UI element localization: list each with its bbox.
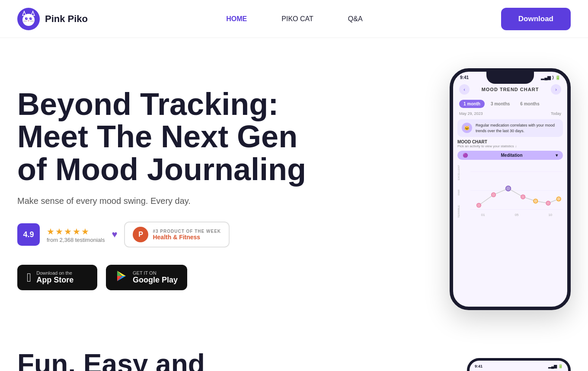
- mood-chart-label: MOOD CHART: [457, 140, 563, 144]
- chart-title: MOOD TREND CHART: [470, 87, 551, 92]
- svg-point-26: [546, 201, 550, 206]
- product-badge-num: #3 PRODUCT OF THE WEEK: [153, 229, 221, 234]
- svg-point-21: [477, 203, 481, 208]
- chart-y-labels: EXCELLENT FAIR TERRIBLE: [457, 163, 460, 219]
- chart-area: EXCELLENT FAIR TERRIBLE: [457, 163, 563, 219]
- navbar: Pink Piko HOME PIKO CAT Q&A Download: [0, 0, 588, 38]
- y-label-fair: FAIR: [457, 190, 460, 195]
- hero-rating-area: 4.9 ★★★★★ from 2,368 testimonials ♥ P #3…: [17, 222, 306, 247]
- date-range: May 29, 2023 Today: [457, 110, 563, 117]
- svg-text:05: 05: [515, 213, 519, 217]
- mood-chart-section: MOOD CHART Pick an activity to view your…: [457, 140, 563, 219]
- hero-subtitle: Make sense of every mood swing. Every da…: [17, 196, 306, 206]
- phone-notch: [486, 72, 534, 84]
- nav-qa[interactable]: Q&A: [348, 15, 363, 23]
- svg-point-8: [28, 20, 29, 21]
- ai-avatar: 🐱: [462, 123, 472, 133]
- logo[interactable]: Pink Piko: [17, 8, 88, 30]
- hero-content: Beyond Tracking: Meet The Next Gen of Mo…: [17, 88, 306, 291]
- y-label-terrible: TERRIBLE: [457, 205, 460, 218]
- ai-insight-text: Regular medication correlates with your …: [476, 123, 559, 133]
- rating-badge: 4.9: [17, 223, 40, 246]
- svg-point-22: [492, 193, 496, 197]
- second-phone-signals: ▂▄▆ 🔋: [548, 364, 563, 368]
- svg-text:10: 10: [548, 213, 552, 217]
- chart-svg: 01 05 10: [470, 163, 563, 218]
- nav-home[interactable]: HOME: [226, 15, 247, 23]
- nav-download-button[interactable]: Download: [501, 8, 571, 30]
- time-tabs: 1 month 3 months 6 months: [457, 98, 563, 110]
- next-arrow[interactable]: ›: [551, 84, 561, 95]
- ai-insight-card: 🐱 Regular medication correlates with you…: [457, 119, 563, 137]
- nav-links: HOME PIKO CAT Q&A: [226, 15, 362, 23]
- svg-point-7: [31, 18, 32, 19]
- svg-point-23: [506, 186, 511, 191]
- download-buttons-area:  Download on the App Store: [17, 265, 306, 290]
- signal-icons: ▂▄▆ ⟩ 🔋: [541, 75, 560, 80]
- svg-point-24: [521, 195, 525, 199]
- product-badge-cat: Health & Fitness: [153, 234, 221, 241]
- svg-point-4: [25, 17, 28, 20]
- svg-point-6: [26, 18, 27, 19]
- activity-emoji: 🟣: [463, 153, 468, 158]
- tab-1month[interactable]: 1 month: [459, 100, 485, 108]
- appstore-text: Download on the App Store: [36, 270, 74, 285]
- googleplay-icon: [115, 270, 128, 285]
- dropdown-chevron: ▾: [556, 153, 558, 158]
- logo-text: Pink Piko: [45, 13, 88, 25]
- product-hunt-badge[interactable]: P #3 PRODUCT OF THE WEEK Health & Fitnes…: [124, 222, 230, 247]
- date-end: Today: [551, 111, 561, 116]
- stars: ★★★★★: [47, 226, 105, 237]
- phone-mockup-area: 9:41 ▂▄▆ ⟩ 🔋 ‹ MOOD TREND CHART › 1 mont…: [450, 68, 571, 310]
- prev-arrow[interactable]: ‹: [459, 84, 470, 95]
- appstore-line1: Download on the: [36, 270, 74, 276]
- tab-6months[interactable]: 6 months: [516, 100, 543, 108]
- googleplay-text: GET IT ON Google Play: [133, 270, 178, 285]
- phone-app-content: ‹ MOOD TREND CHART › 1 month 3 months 6 …: [453, 81, 567, 219]
- y-label-excellent: EXCELLENT: [457, 165, 460, 180]
- product-badge-text: #3 PRODUCT OF THE WEEK Health & Fitness: [153, 229, 221, 241]
- activity-label: Meditation: [501, 153, 523, 158]
- second-phone-content: 9:41 ▂▄▆ 🔋: [470, 361, 568, 371]
- second-phone-time: 9:41: [475, 364, 483, 368]
- svg-point-25: [534, 199, 538, 203]
- svg-point-3: [22, 14, 35, 26]
- nav-piko-cat[interactable]: PIKO CAT: [281, 15, 313, 23]
- rating-count: from 2,368 testimonials: [47, 237, 105, 243]
- appstore-button[interactable]:  Download on the App Store: [17, 265, 97, 290]
- googleplay-line2: Google Play: [133, 276, 178, 285]
- svg-point-5: [29, 17, 32, 20]
- hero-section: Beyond Tracking: Meet The Next Gen of Mo…: [0, 38, 588, 332]
- phone-time: 9:41: [460, 75, 469, 80]
- mood-chart-sublabel: Pick an activity to view your statistics…: [457, 144, 563, 148]
- googleplay-button[interactable]: GET IT ON Google Play: [106, 265, 187, 290]
- rating-stars-block: ★★★★★ from 2,368 testimonials: [47, 226, 105, 243]
- svg-point-27: [556, 197, 561, 201]
- apple-icon: : [27, 271, 31, 285]
- phone-mockup: 9:41 ▂▄▆ ⟩ 🔋 ‹ MOOD TREND CHART › 1 mont…: [450, 68, 571, 310]
- second-phone-status: 9:41 ▂▄▆ 🔋: [475, 364, 563, 368]
- tab-3months[interactable]: 3 months: [486, 100, 514, 108]
- activity-selector[interactable]: 🟣 Meditation ▾: [457, 151, 563, 160]
- producthunt-logo: P: [133, 227, 148, 242]
- bottom-section: Fun, Easy and Interactive Tracking 9:41 …: [0, 332, 588, 371]
- heart-icon: ♥: [112, 229, 117, 240]
- logo-icon: [17, 8, 40, 30]
- date-start: May 29, 2023: [459, 111, 483, 116]
- svg-text:01: 01: [481, 213, 485, 217]
- googleplay-line1: GET IT ON: [133, 270, 178, 276]
- appstore-line2: App Store: [36, 276, 74, 285]
- second-phone-preview: 9:41 ▂▄▆ 🔋: [467, 358, 571, 371]
- hero-title: Beyond Tracking: Meet The Next Gen of Mo…: [17, 88, 306, 186]
